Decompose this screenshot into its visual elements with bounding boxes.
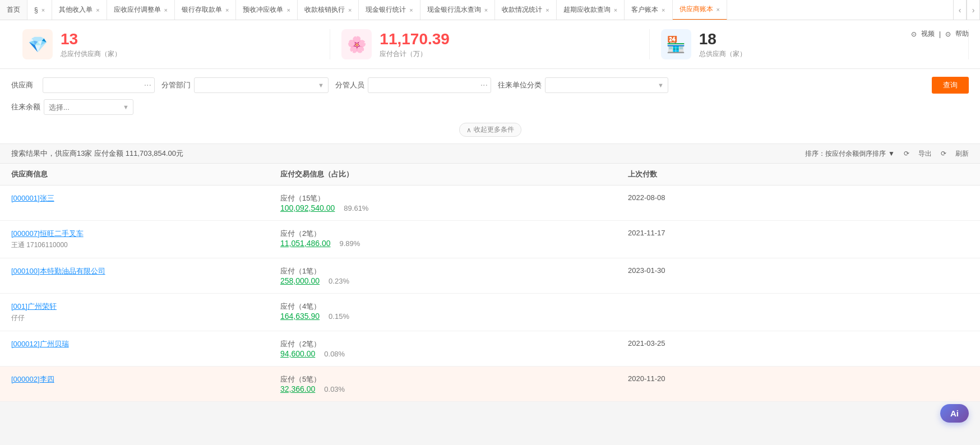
payable-suppliers-number: 13 [61,30,121,49]
supplier-col-0: [000001]张三 [11,193,280,203]
nav-tab-8[interactable]: 现金银行流水查询× [420,0,495,20]
right-actions: 排序：按应付余额倒序排序 ▼ ⟳ 导出 ⟳ 刷新 [805,149,969,159]
transaction-col-0: 应付（15笔）100,092,540.0089.61% [280,193,628,212]
close-tab-11-icon[interactable]: × [662,7,665,13]
nav-tab-11[interactable]: 客户账本× [625,0,672,20]
trans-amount-1[interactable]: 11,051,486.00 [280,239,331,248]
filter-row-2: 往来余额 ▼ [11,99,969,115]
nav-tab-6[interactable]: 收款核销执行× [298,0,359,20]
top-navigation: 首页§×其他收入单×应收应付调整单×银行存取款单×预收冲应收单×收款核销执行×现… [0,0,980,20]
supplier-link-5[interactable]: [000002]李四 [11,375,54,383]
nav-next-arrow[interactable]: › [967,0,980,20]
nav-tab-0[interactable]: 首页 [0,0,27,20]
total-suppliers-label: 总供应商（家） [699,49,746,59]
total-suppliers-info: 18 总供应商（家） [699,30,746,59]
close-tab-5-icon[interactable]: × [286,7,290,13]
supplier-link-3[interactable]: [001]广州荣轩 [11,302,57,310]
nav-tab-12[interactable]: 供应商账本× [673,0,727,20]
sort-label: 排序：按应付余额倒序排序 [805,149,886,159]
collapse-bar: ∧ 收起更多条件 [11,120,969,138]
supplier-link-4[interactable]: [000012]广州贝瑞 [11,340,69,348]
query-button[interactable]: 查询 [932,77,969,94]
sort-chevron-icon: ▼ [888,150,895,157]
transaction-text-0: 应付（15笔）100,092,540.0089.61% [280,193,628,212]
close-tab-8-icon[interactable]: × [484,7,488,13]
trans-amount-0[interactable]: 100,092,540.00 [280,203,335,212]
close-tab-6-icon[interactable]: × [348,7,352,13]
payable-total-label: 应付合计（万） [380,49,450,59]
dept-select-wrap: ▼ [194,77,329,93]
balance-input[interactable] [44,99,133,115]
collapse-button[interactable]: ∧ 收起更多条件 [459,123,521,137]
supplier-link-2[interactable]: [000100]本特勤油品有限公司 [11,267,105,275]
nav-tab-10[interactable]: 超期应收款查询× [557,0,625,20]
category-input[interactable] [545,77,668,93]
close-tab-12-icon[interactable]: × [716,6,720,13]
sort-select[interactable]: 排序：按应付余额倒序排序 ▼ [805,149,895,159]
refresh-icon: ⟳ [941,150,946,157]
transaction-text-4: 应付（2笔）94,600.000.08% [280,339,628,358]
trans-amount-4[interactable]: 94,600.00 [280,349,315,358]
nav-tab-3[interactable]: 应收应付调整单× [107,0,175,20]
nav-tab-9[interactable]: 收款情况统计× [495,0,556,20]
close-tab-10-icon[interactable]: × [614,7,617,13]
balance-select-wrap: ▼ [44,99,133,115]
trans-label-3: 应付（4笔） [280,302,628,312]
transaction-col-1: 应付（2笔）11,051,486.009.89% [280,229,628,248]
payable-total-icon: 🌸 [341,29,372,59]
close-tab-7-icon[interactable]: × [409,7,413,13]
filter-row-1: 供应商 ··· 分管部门 ▼ 分管人员 ··· 往来单位分类 ▼ [11,77,969,94]
refresh-button[interactable]: 刷新 [955,149,969,159]
filter-dept: 分管部门 ▼ [161,77,329,93]
payable-suppliers-label: 总应付供应商（家） [61,49,121,59]
supplier-col-2: [000100]本特勤油品有限公司 [11,266,280,276]
header-last-pay: 上次付数 [628,169,969,179]
close-tab-9-icon[interactable]: × [546,7,549,13]
nav-prev-arrow[interactable]: ‹ [953,0,967,20]
close-tab-3-icon[interactable]: × [164,7,168,13]
supplier-contact-1: 王通 17106110000 [11,240,280,250]
person-label: 分管人员 [335,80,364,90]
supplier-contact-3: 仔仔 [11,313,280,323]
filter-category: 往来单位分类 ▼ [498,77,668,93]
nav-tab-2[interactable]: 其他收入单× [52,0,107,20]
trans-percent-0: 89.61% [344,204,368,212]
nav-tab-7[interactable]: 现金银行统计× [359,0,420,20]
supplier-input[interactable] [43,77,155,93]
filter-supplier: 供应商 ··· [11,77,155,93]
person-input[interactable] [368,77,491,93]
trans-percent-2: 0.23% [329,277,349,285]
trans-label-1: 应付（2笔） [280,229,628,239]
nav-tab-4[interactable]: 银行存取款单× [175,0,236,20]
person-input-wrap: ··· [368,77,491,93]
video-link[interactable]: 视频 [921,29,935,39]
supplier-link-1[interactable]: [000007]恒旺二手叉车 [11,229,84,238]
trans-label-5: 应付（5笔） [280,374,628,384]
transaction-text-1: 应付（2笔）11,051,486.009.89% [280,229,628,248]
trans-amount-3[interactable]: 164,635.90 [280,312,320,321]
transaction-col-2: 应付（1笔）258,000.000.23% [280,266,628,285]
trans-label-0: 应付（15笔） [280,193,628,203]
table-row: [000100]本特勤油品有限公司应付（1笔）258,000.000.23%20… [0,258,980,294]
dept-input[interactable] [194,77,329,93]
help-link[interactable]: 帮助 [955,29,969,39]
supplier-link-0[interactable]: [000001]张三 [11,194,54,202]
balance-label: 往来余额 [11,102,40,112]
header-supplier: 供应商信息 [11,169,280,179]
circle-icon: ⊙ [911,30,917,38]
filter-area: 供应商 ··· 分管部门 ▼ 分管人员 ··· 往来单位分类 ▼ [0,69,980,144]
close-tab-1-icon[interactable]: × [41,7,45,13]
transaction-text-2: 应付（1笔）258,000.000.23% [280,266,628,285]
nav-tab-5[interactable]: 预收冲应收单× [236,0,297,20]
nav-tab-1[interactable]: §× [27,0,52,20]
trans-amount-2[interactable]: 258,000.00 [280,276,320,285]
close-tab-4-icon[interactable]: × [225,7,229,13]
collapse-chevron-icon: ∧ [466,126,471,134]
export-button[interactable]: 导出 [918,149,932,159]
close-tab-2-icon[interactable]: × [96,7,99,13]
summary-area: 💎 13 总应付供应商（家） 🌸 11,170.39 应付合计（万） 🏪 18 … [0,20,980,69]
supplier-label: 供应商 [11,80,39,90]
table-row: [000012]广州贝瑞应付（2笔）94,600.000.08%2021-03-… [0,331,980,367]
trans-amount-5[interactable]: 32,366.00 [280,384,315,393]
last-pay-col-5: 2020-11-20 [628,374,969,383]
